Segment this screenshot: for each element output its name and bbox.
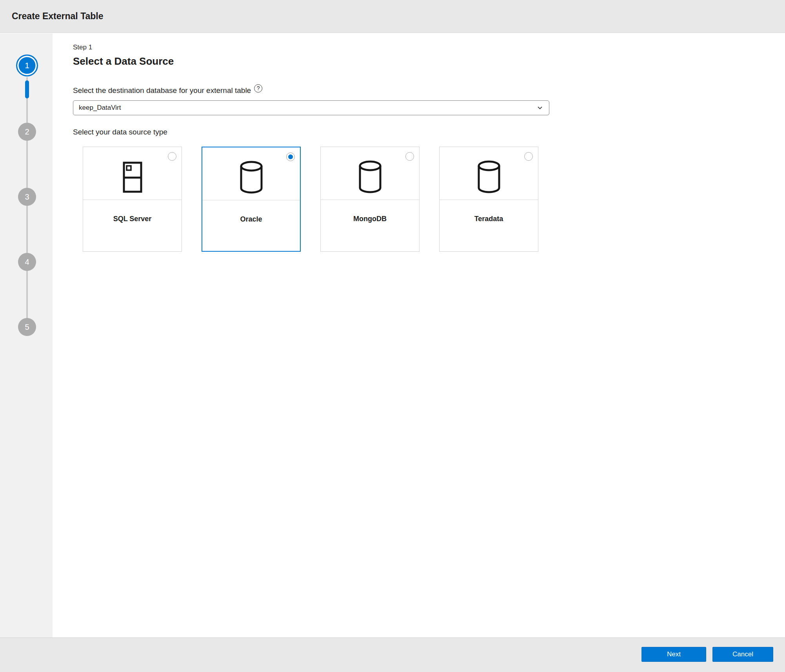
card-oracle[interactable]: Oracle: [202, 147, 301, 252]
destination-database-value: keep_DataVirt: [79, 104, 121, 112]
wizard-footer: Next Cancel: [0, 637, 785, 672]
card-label-mongodb: MongoDB: [321, 215, 419, 223]
destination-database-label: Select the destination database for your…: [73, 86, 251, 95]
card-divider: [202, 200, 300, 200]
stepper-step-3-number: 3: [25, 193, 29, 202]
destination-label-row: Select the destination database for your…: [73, 86, 785, 95]
step-content: Step 1 Select a Data Source Select the d…: [53, 33, 785, 637]
radio-dot: [407, 154, 412, 159]
stepper-step-2-number: 2: [25, 127, 29, 136]
stepper-step-5-number: 5: [25, 323, 29, 332]
sql-server-icon: [83, 160, 182, 195]
card-mongodb[interactable]: MongoDB: [320, 147, 420, 252]
chevron-down-icon: [536, 104, 543, 111]
card-label-teradata: Teradata: [440, 215, 538, 223]
stepper-step-1-number: 1: [25, 61, 29, 70]
card-sql-server[interactable]: SQL Server: [83, 147, 182, 252]
card-teradata[interactable]: Teradata: [439, 147, 538, 252]
data-source-cards: SQL Server Oracle: [83, 147, 785, 252]
step-indicator: Step 1: [73, 44, 785, 51]
help-icon[interactable]: ?: [254, 84, 262, 93]
stepper-progress-bar: [25, 80, 29, 98]
stepper-step-4[interactable]: 4: [18, 253, 36, 271]
database-icon: [440, 160, 538, 195]
database-icon: [202, 160, 300, 195]
stepper-step-3[interactable]: 3: [18, 188, 36, 206]
card-divider: [440, 200, 538, 200]
wizard-body: 1 2 3 4 5 Step 1 Select a Data Source Se…: [0, 33, 785, 637]
card-divider: [321, 200, 419, 200]
database-icon: [321, 160, 419, 195]
destination-database-select[interactable]: keep_DataVirt: [73, 100, 549, 115]
source-type-label: Select your data source type: [73, 128, 785, 136]
card-divider: [83, 200, 182, 200]
radio-dot: [526, 154, 531, 159]
card-label-oracle: Oracle: [202, 215, 300, 223]
card-label-sql-server: SQL Server: [83, 215, 182, 223]
radio-dot: [170, 154, 174, 159]
cancel-button[interactable]: Cancel: [712, 647, 773, 662]
stepper-step-5[interactable]: 5: [18, 318, 36, 336]
next-button[interactable]: Next: [641, 647, 706, 662]
page-title: Create External Table: [12, 11, 104, 22]
wizard-stepper: 1 2 3 4 5: [0, 33, 53, 637]
stepper-step-4-number: 4: [25, 258, 29, 267]
radio-dot: [288, 154, 293, 159]
stepper-step-2[interactable]: 2: [18, 123, 36, 141]
window-header: Create External Table: [0, 0, 785, 33]
stepper-step-1[interactable]: 1: [16, 54, 38, 76]
step-title: Select a Data Source: [73, 55, 785, 67]
